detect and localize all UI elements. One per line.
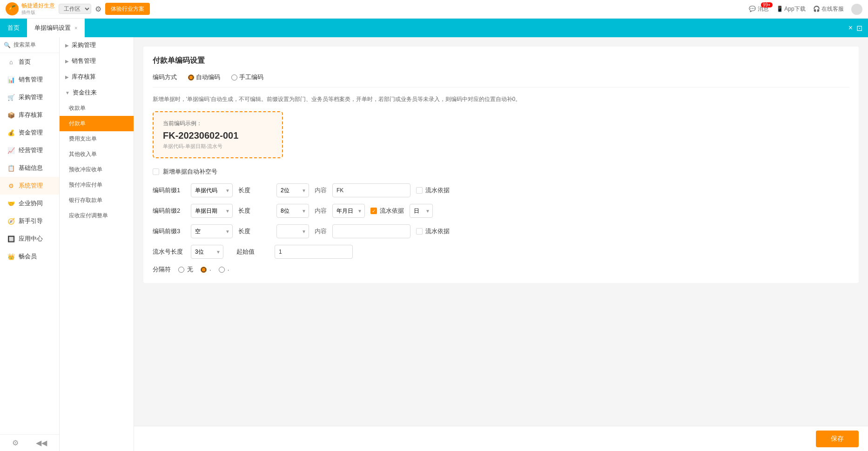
menu-item-expense[interactable]: 费用支出单 — [60, 131, 134, 147]
menu-item-payment[interactable]: 付款单 — [60, 116, 134, 131]
tab-close-icon[interactable]: × — [74, 25, 77, 31]
menu-item-receipt[interactable]: 收款单 — [60, 101, 134, 116]
nav-tab-actions: × ⊡ — [848, 24, 868, 33]
menu-item-payable-adjust[interactable]: 应收应付调整单 — [60, 208, 134, 223]
chevron-capital: ▼ — [65, 90, 70, 95]
top-bar-right: 💬 消息 99+ 📱 App下载 🎧 在线客服 — [749, 4, 862, 15]
auto-fill-checkbox[interactable] — [153, 168, 159, 175]
serial3-checkbox[interactable]: 流水依据 — [416, 227, 450, 236]
page-title: 付款单编码设置 — [153, 56, 849, 66]
menu-group-warehouse: ▶ 库存核算 — [60, 69, 134, 85]
collapse-button[interactable]: ◀◀ — [36, 438, 47, 447]
chevron-purchase: ▶ — [65, 43, 69, 48]
serial2-period-wrapper: 日 月 年 ▼ — [410, 204, 433, 218]
serial-length-select-wrapper: 3位 4位 5位 6位 ▼ — [191, 245, 223, 259]
main-layout: 🔍 搜索菜单 ⌂ 首页 📊 销售管理 🛒 采购管理 📦 库存核算 💰 资金管理 … — [0, 37, 868, 451]
online-service-button[interactable]: 🎧 在线客服 — [813, 5, 844, 13]
menu-group-capital-title[interactable]: ▼ 资金往来 — [60, 85, 134, 101]
prefix1-select[interactable]: 单据代码 单据日期 空 部门 业务员 — [191, 183, 233, 197]
logo: 🍊 畅捷通好生意 插件版 — [6, 2, 55, 15]
menu-group-purchase-title[interactable]: ▶ 采购管理 — [60, 37, 134, 53]
sep-none-radio[interactable]: 无 — [178, 265, 193, 274]
menu-group-sales: ▶ 销售管理 — [60, 53, 134, 69]
sidebar-footer: ⚙ ◀◀ — [0, 434, 59, 451]
menu-item-bank-deposit[interactable]: 银行存取款单 — [60, 193, 134, 208]
content3-input[interactable] — [332, 224, 410, 238]
sidebar-item-sales[interactable]: 📊 销售管理 — [0, 71, 59, 88]
info-text: 新增单据时，'单据编码'自动生成，不可编辑。前缀设置为部门、业务员等档案类，开单… — [153, 95, 849, 104]
sep-dash-radio[interactable]: · — [201, 266, 211, 273]
window-close-button[interactable]: × — [848, 24, 853, 32]
settings-icon[interactable]: ⚙ — [95, 5, 101, 13]
menu-item-prepay-receive[interactable]: 预收冲应收单 — [60, 162, 134, 177]
enterprise-icon: 🤝 — [7, 200, 15, 207]
prefix2-select[interactable]: 单据代码 单据日期 空 部门 业务员 — [191, 204, 233, 218]
search-menu[interactable]: 🔍 搜索菜单 — [0, 37, 59, 53]
app-download-button[interactable]: 📱 App下载 — [776, 5, 806, 13]
tab-setting[interactable]: 单据编码设置 × — [27, 19, 85, 37]
length2-select[interactable]: 8位 6位 4位 — [276, 204, 309, 218]
left-sidebar: 🔍 搜索菜单 ⌂ 首页 📊 销售管理 🛒 采购管理 📦 库存核算 💰 资金管理 … — [0, 37, 60, 451]
menu-group-warehouse-title[interactable]: ▶ 库存核算 — [60, 69, 134, 85]
sidebar-item-system[interactable]: ⚙ 系统管理 — [0, 177, 59, 195]
prefix2-select-wrapper: 单据代码 单据日期 空 部门 业务员 ▼ — [191, 204, 233, 218]
sidebar-item-purchase[interactable]: 🛒 采购管理 — [0, 88, 59, 106]
length1-select[interactable]: 2位 4位 6位 — [276, 183, 309, 197]
menu-item-prepay-pay[interactable]: 预付冲应付单 — [60, 177, 134, 193]
top-bar-controls: 工作区 ⚙ 体验行业方案 — [59, 3, 150, 15]
window-maximize-button[interactable]: ⊡ — [856, 24, 862, 33]
top-bar: 🍊 畅捷通好生意 插件版 工作区 ⚙ 体验行业方案 💬 消息 99+ 📱 App… — [0, 0, 868, 19]
serial3-checkbox-box[interactable] — [416, 228, 423, 235]
prefix1-select-wrapper: 单据代码 单据日期 空 部门 业务员 ▼ — [191, 183, 233, 197]
sep-dot-radio[interactable]: · — [219, 266, 229, 273]
sidebar-item-app[interactable]: 🔲 应用中心 — [0, 230, 59, 248]
sidebar-item-home[interactable]: ⌂ 首页 — [0, 53, 59, 71]
sidebar-item-operation[interactable]: 📈 经营管理 — [0, 141, 59, 159]
content1-input[interactable] — [332, 183, 410, 197]
tab-home[interactable]: 首页 — [0, 19, 27, 37]
start-value-input[interactable] — [275, 245, 353, 259]
sidebar-item-inventory[interactable]: 📦 库存核算 — [0, 106, 59, 124]
logo-icon: 🍊 — [6, 2, 19, 15]
serial2-checkbox[interactable]: ✓ 流水依据 — [370, 207, 404, 215]
sidebar-item-member[interactable]: 👑 畅会员 — [0, 248, 59, 265]
trial-button[interactable]: 体验行业方案 — [105, 3, 150, 15]
encoding-method-row: 编码方式 自动编码 手工编码 — [153, 73, 849, 88]
length3-select[interactable] — [276, 224, 309, 238]
serial2-period-select[interactable]: 日 月 年 — [410, 204, 433, 218]
second-sidebar: ▶ 采购管理 ▶ 销售管理 ▶ 库存核算 ▼ 资金往来 收款单 付款单 费用支出… — [60, 37, 134, 451]
operation-icon: 📈 — [7, 147, 15, 154]
code-preview-box: 当前编码示例： FK-20230602-001 单据代码-单据日期-流水号 — [153, 111, 283, 158]
prefix1-row: 编码前缀1 单据代码 单据日期 空 部门 业务员 ▼ 长度 — [153, 183, 849, 197]
sales-icon: 📊 — [7, 76, 15, 83]
settings-card: 付款单编码设置 编码方式 自动编码 手工编码 新增单据时，'单据编码'自动生成，… — [143, 47, 859, 283]
menu-item-other-income[interactable]: 其他收入单 — [60, 147, 134, 162]
serial1-checkbox[interactable]: 流水依据 — [416, 186, 450, 195]
message-button[interactable]: 💬 消息 99+ — [749, 5, 768, 13]
serial-row: 流水号长度 3位 4位 5位 6位 ▼ 起始值 — [153, 245, 849, 259]
manual-encode-radio[interactable]: 手工编码 — [231, 73, 263, 81]
top-bar-left: 🍊 畅捷通好生意 插件版 工作区 ⚙ 体验行业方案 — [6, 2, 150, 15]
settings-footer-button[interactable]: ⚙ — [12, 438, 19, 447]
menu-group-purchase: ▶ 采购管理 — [60, 37, 134, 53]
user-avatar[interactable] — [851, 4, 862, 15]
sidebar-item-guide[interactable]: 🧭 新手引导 — [0, 212, 59, 230]
home-icon: ⌂ — [7, 58, 15, 66]
workspace-select[interactable]: 工作区 — [59, 4, 91, 14]
content-wrapper: 付款单编码设置 编码方式 自动编码 手工编码 新增单据时，'单据编码'自动生成，… — [134, 37, 868, 451]
sidebar-item-finance[interactable]: 💰 资金管理 — [0, 124, 59, 141]
prefix3-select[interactable]: 单据代码 单据日期 空 部门 业务员 — [191, 224, 233, 238]
menu-group-sales-title[interactable]: ▶ 销售管理 — [60, 53, 134, 69]
save-button[interactable]: 保存 — [816, 431, 859, 447]
chevron-sales: ▶ — [65, 59, 69, 64]
sidebar-item-basic[interactable]: 📋 基础信息 — [0, 159, 59, 177]
serial-length-select[interactable]: 3位 4位 5位 6位 — [191, 245, 223, 259]
sidebar-item-enterprise[interactable]: 🤝 企业协同 — [0, 195, 59, 212]
basic-icon: 📋 — [7, 164, 15, 172]
serial2-checkbox-box[interactable]: ✓ — [370, 208, 377, 214]
auto-encode-radio[interactable]: 自动编码 — [188, 73, 220, 81]
content2-select[interactable]: 年月日 年月 年 — [332, 204, 365, 218]
serial1-checkbox-box[interactable] — [416, 187, 423, 194]
separator-row: 分隔符 无 · · — [153, 265, 849, 274]
chevron-warehouse: ▶ — [65, 74, 69, 80]
